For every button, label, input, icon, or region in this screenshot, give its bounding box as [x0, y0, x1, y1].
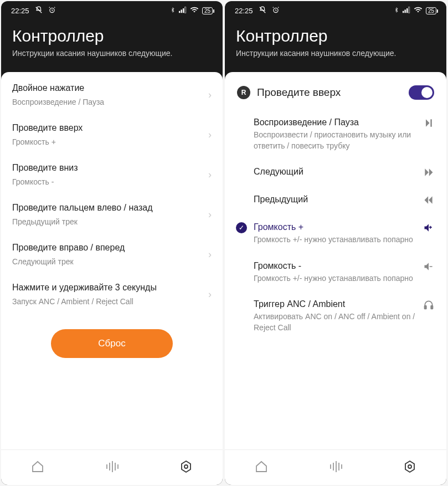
gesture-title: Проведите вверх — [12, 123, 208, 133]
action-row[interactable]: Громкость - Громкость +/- нужно устанавл… — [225, 253, 446, 292]
mute-icon — [259, 6, 266, 16]
svg-rect-18 — [408, 7, 409, 13]
nav-eq-icon[interactable] — [105, 460, 119, 475]
action-row[interactable]: Предыдущий — [225, 187, 446, 214]
play-pause-icon — [423, 117, 434, 131]
gesture-row[interactable]: Проведите пальцем влево / назад Предыдущ… — [1, 194, 223, 234]
svg-marker-11 — [182, 461, 190, 472]
svg-rect-4 — [183, 8, 184, 13]
alarm-icon — [272, 6, 280, 16]
svg-point-27 — [408, 465, 411, 468]
gesture-title: Двойное нажатие — [12, 83, 208, 93]
action-row[interactable]: Воспроизведение / Пауза Воспроизвести / … — [225, 110, 446, 159]
gesture-row[interactable]: Двойное нажатие Воспроизведение / Пауза … — [1, 74, 223, 114]
action-desc: Активировать ANC on / ANC off / Ambient … — [254, 311, 434, 333]
chevron-right-icon: › — [208, 169, 212, 181]
action-title: Триггер ANC / Ambient — [254, 299, 434, 309]
earbud-side-badge: R — [237, 86, 250, 99]
battery-icon: 25 — [202, 7, 213, 14]
gesture-sub: Воспроизведение / Пауза — [12, 98, 208, 106]
gesture-name: Проведите вверх — [257, 86, 402, 99]
action-title: Предыдущий — [254, 195, 434, 204]
signal-icon — [403, 7, 410, 15]
prev-icon — [423, 195, 434, 208]
reset-button[interactable]: Сброс — [51, 329, 173, 358]
action-title: Громкость - — [254, 261, 434, 271]
chevron-right-icon: › — [208, 129, 212, 141]
nav-settings-icon[interactable] — [179, 460, 193, 475]
nav-bar — [225, 449, 446, 485]
svg-rect-19 — [425, 306, 426, 309]
svg-rect-2 — [179, 11, 180, 13]
gesture-sub: Следующий трек — [12, 257, 208, 266]
svg-rect-15 — [403, 11, 404, 13]
svg-rect-5 — [184, 7, 186, 13]
svg-point-12 — [184, 465, 188, 468]
phone-screen-2: 22:25 25 Контроллер Инструкции касания н… — [225, 1, 446, 485]
status-time: 22:25 — [235, 7, 253, 15]
mute-icon — [35, 6, 43, 16]
volume-up-icon — [423, 222, 434, 236]
gesture-title: Проведите вниз — [12, 163, 208, 173]
page-subtitle: Инструкции касания наушников следующие. — [236, 49, 435, 58]
action-desc: Воспроизвести / приостановить музыку или… — [254, 130, 434, 151]
status-time: 22:25 — [11, 7, 29, 15]
gesture-title: Проведите пальцем влево / назад — [12, 203, 208, 213]
action-desc: Громкость +/- нужно устанавливать попарн… — [254, 273, 434, 284]
wifi-icon — [190, 7, 199, 15]
page-title: Контроллер — [12, 27, 212, 45]
bluetooth-icon — [170, 6, 176, 16]
chevron-right-icon: › — [208, 249, 212, 260]
nav-settings-icon[interactable] — [403, 460, 416, 475]
action-row-selected[interactable]: ✓ Громкость + Громкость +/- нужно устана… — [225, 214, 446, 253]
chevron-right-icon: › — [208, 89, 212, 101]
nav-home-icon[interactable] — [31, 460, 44, 475]
svg-rect-20 — [431, 306, 432, 309]
gesture-sub: Запуск ANC / Ambient / Reject Call — [12, 297, 208, 306]
svg-rect-16 — [404, 9, 405, 13]
svg-marker-26 — [405, 461, 414, 472]
chevron-right-icon: › — [208, 289, 212, 300]
gesture-title: Нажмите и удерживайте 3 секунды — [12, 283, 208, 293]
action-title: Следующий — [254, 167, 434, 177]
volume-down-icon — [423, 261, 434, 274]
nav-bar — [1, 449, 223, 485]
page-header: Контроллер Инструкции касания наушников … — [225, 20, 446, 72]
gesture-row[interactable]: Проведите вправо / вперед Следующий трек… — [1, 234, 223, 274]
action-title: Громкость + — [254, 222, 434, 232]
alarm-icon — [48, 6, 56, 16]
gesture-sub: Громкость + — [12, 137, 208, 146]
page-subtitle: Инструкции касания наушников следующие. — [12, 49, 212, 58]
action-row[interactable]: Следующий — [225, 159, 446, 187]
page-header: Контроллер Инструкции касания наушников … — [1, 20, 223, 72]
gesture-title: Проведите вправо / вперед — [12, 243, 208, 253]
chevron-right-icon: › — [208, 209, 212, 221]
gesture-row[interactable]: Проведите вверх Громкость + › — [1, 114, 223, 154]
wifi-icon — [414, 7, 423, 15]
gesture-toggle-row: R Проведите вверх — [225, 74, 446, 110]
gesture-sub: Громкость - — [12, 177, 208, 186]
svg-rect-17 — [406, 8, 408, 13]
action-row[interactable]: Триггер ANC / Ambient Активировать ANC o… — [225, 291, 446, 341]
battery-icon: 25 — [426, 7, 436, 14]
action-title: Воспроизведение / Пауза — [254, 117, 434, 127]
status-bar: 22:25 25 — [1, 1, 223, 20]
gesture-row[interactable]: Нажмите и удерживайте 3 секунды Запуск A… — [1, 274, 223, 314]
action-card: R Проведите вверх Воспроизведение / Пауз… — [225, 72, 446, 449]
phone-screen-1: 22:25 25 Контроллер Инструкции касания н… — [1, 1, 223, 485]
nav-home-icon[interactable] — [255, 460, 268, 475]
status-bar: 22:25 25 — [225, 1, 446, 20]
svg-rect-3 — [181, 9, 182, 13]
bluetooth-icon — [394, 6, 399, 16]
check-icon: ✓ — [236, 222, 247, 233]
signal-icon — [179, 7, 187, 15]
next-icon — [423, 167, 434, 180]
action-desc: Громкость +/- нужно устанавливать попарн… — [254, 234, 434, 245]
headphones-icon — [423, 299, 434, 313]
nav-eq-icon[interactable] — [328, 460, 343, 475]
enable-switch[interactable] — [409, 85, 434, 100]
page-title: Контроллер — [236, 27, 435, 45]
gesture-card: Двойное нажатие Воспроизведение / Пауза … — [1, 72, 223, 449]
gesture-sub: Предыдущий трек — [12, 217, 208, 226]
gesture-row[interactable]: Проведите вниз Громкость - › — [1, 154, 223, 194]
